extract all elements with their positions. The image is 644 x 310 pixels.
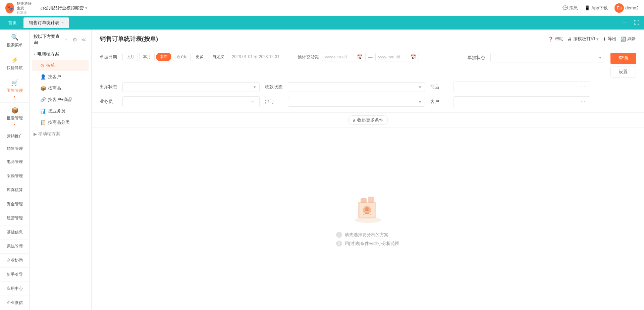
scheme-item-by-category[interactable]: 📋 按商品分类 — [32, 117, 89, 128]
bill-status-select[interactable]: ▾ — [490, 53, 605, 62]
mobile-scheme-group[interactable]: ▶ 移动端方案 — [30, 128, 91, 140]
expected-delivery-label: 预计交货期 — [298, 54, 319, 60]
help-icon: ❓ — [548, 37, 553, 42]
setting-button[interactable]: 设置 — [610, 66, 636, 78]
outbound-status-select[interactable]: ▾ — [122, 82, 260, 92]
collapse-icon: ∧ — [353, 118, 356, 123]
scheme-item-by-product[interactable]: 📦 按商品 — [32, 83, 89, 94]
sidebar-item-wechat[interactable]: 企业微信 — [0, 296, 29, 310]
this-month-btn[interactable]: 本月 — [139, 53, 155, 61]
collapse-button[interactable]: ∧ 收起更多条件 — [348, 115, 388, 125]
chevron-down-icon: ▾ — [254, 85, 256, 90]
expected-end-date[interactable]: yyyy-mm-dd 📅 — [375, 53, 419, 61]
chevron-right-icon: ▶ — [34, 132, 37, 137]
minimize-button[interactable]: ─ — [620, 18, 629, 28]
customer-icon: 👤 — [40, 74, 46, 80]
scheme-item-by-order[interactable]: ⊙ 按单 — [32, 60, 89, 71]
add-scheme-button[interactable]: + — [62, 36, 70, 43]
page-header: 销售订单统计表(按单) ❓ 帮助 🖨 按模板打印 ▾ ⬇ 导出 🔄 刷新 — [92, 30, 644, 47]
sidebar-item-basic[interactable]: 基础信息 — [0, 225, 29, 240]
empty-hints: 1 请先选择要分析的方案 2 用[过滤]条件来缩小分析范围 — [336, 232, 399, 247]
sidebar-item-enterprise[interactable]: 企业协同 — [0, 254, 29, 268]
customer-select[interactable]: ··· — [453, 96, 590, 107]
hint-num-1: 1 — [336, 232, 342, 238]
salesperson-label: 业务员 — [100, 99, 120, 105]
collapse-panel-button[interactable]: ≪ — [80, 36, 87, 43]
filter-area: 单据日期 上月 本月 本年 近7天 更多 自定义 2023-01-01 至 20… — [92, 47, 644, 112]
scheme-item-by-customer-product[interactable]: 🔗 按客户+商品 — [32, 94, 89, 105]
tab-close-icon[interactable]: × — [61, 20, 64, 25]
scheme-group-title-pc[interactable]: ▾ 电脑端方案 — [32, 48, 89, 60]
query-button[interactable]: 查询 — [610, 53, 636, 64]
sidebar-item-marketing[interactable]: 营销推广 — [0, 130, 29, 143]
chevron-down-icon: ▾ — [419, 85, 421, 90]
scheme-item-by-customer[interactable]: 👤 按客户 — [32, 71, 89, 83]
date-quick-btns: 上月 本月 本年 近7天 更多 自定义 — [122, 53, 228, 61]
sidebar-item-purchase[interactable]: 采购管理 — [0, 169, 29, 183]
custom-date-btn[interactable]: 自定义 — [209, 53, 228, 61]
product-label: 商品 — [430, 84, 450, 90]
sidebar-item-finance[interactable]: 资金管理 — [0, 197, 29, 211]
sidebar-item-appcenter[interactable]: 应用中心 — [0, 282, 29, 296]
date-range-text: 2023-01-01 至 2023-12-31 — [231, 54, 279, 60]
salesperson-select[interactable]: ··· — [122, 96, 260, 107]
sidebar-item-retail[interactable]: 🛒 零售管理 ▾ — [0, 75, 29, 103]
hint-num-2: 2 — [336, 241, 342, 247]
scheme-group-pc: ▾ 电脑端方案 ⊙ 按单 👤 按客户 📦 按商品 🔗 按客户+商品 📊 按 — [30, 48, 91, 128]
sidebar-item-system[interactable]: 系统管理 — [0, 240, 29, 254]
sidebar-item-search[interactable]: 🔍 搜索菜单 — [0, 30, 29, 52]
salesperson-dots-icon[interactable]: ··· — [249, 99, 256, 105]
setting-scheme-button[interactable]: ⚙ — [71, 36, 78, 43]
empty-hint-2: 2 用[过滤]条件来缩小分析范围 — [336, 241, 399, 247]
logo-icon: 🐾 — [5, 3, 14, 13]
expected-start-date[interactable]: yyyy-mm-dd 📅 — [322, 53, 366, 61]
sidebar-item-newbie[interactable]: 新手引导 — [0, 268, 29, 282]
scheme-item-by-salesperson[interactable]: 📊 按业务员 — [32, 105, 89, 117]
export-button[interactable]: ⬇ 导出 — [603, 36, 616, 42]
app-download-button[interactable]: 📱 App下载 — [585, 5, 608, 11]
print-button[interactable]: 🖨 按模板打印 ▾ — [568, 36, 599, 42]
tab-sales-order[interactable]: 销售订单统计表 × — [23, 17, 69, 28]
outbound-status-label: 出库状态 — [100, 84, 120, 90]
salesperson-icon: 📊 — [40, 108, 46, 114]
sidebar-item-sales[interactable]: 销售管理 — [0, 143, 29, 155]
left-panel: 按以下方案查询 + ⚙ ≪ ▾ 电脑端方案 ⊙ 按单 👤 按客户 📦 — [30, 30, 92, 310]
product-icon: 📦 — [40, 86, 46, 91]
sidebar-item-wholesale[interactable]: 📦 批发管理 ▴ — [0, 103, 29, 130]
top-bar: 🐾 畅捷通好生意 标准版 办公用品行业模拟账套 ▾ 💬 消息 📱 App下载 E… — [0, 0, 644, 16]
user-avatar[interactable]: Ea demo2 — [614, 3, 639, 13]
sidebar-item-quicknav[interactable]: ⚡ 快捷导航 — [0, 52, 29, 75]
sidebar-item-ecommerce[interactable]: 电商管理 — [0, 155, 29, 169]
sidebar-item-inventory[interactable]: 库存核算 — [0, 183, 29, 197]
more-date-btn[interactable]: 更多 — [192, 53, 207, 61]
company-select[interactable]: 办公用品行业模拟账套 ▾ — [40, 5, 88, 11]
collapse-bar: ∧ 收起更多条件 — [92, 112, 644, 127]
customer-dots-icon[interactable]: ··· — [580, 99, 587, 105]
sidebar: 🔍 搜索菜单 ⚡ 快捷导航 🛒 零售管理 ▾ 📦 批发管理 ▴ 营销推广 销售管… — [0, 30, 30, 310]
svg-rect-7 — [368, 197, 374, 203]
help-button[interactable]: ❓ 帮助 — [548, 36, 564, 42]
last-7-days-btn[interactable]: 近7天 — [173, 53, 191, 61]
tab-home[interactable]: 首页 — [3, 17, 22, 28]
top-center: 办公用品行业模拟账套 ▾ — [35, 5, 562, 11]
logo-area: 🐾 畅捷通好生意 标准版 — [5, 1, 35, 15]
department-select[interactable]: ▾ — [288, 97, 425, 107]
sidebar-item-management[interactable]: 经营管理 — [0, 211, 29, 225]
calendar-icon-2: 📅 — [410, 54, 416, 60]
empty-illustration — [348, 192, 388, 225]
refresh-button[interactable]: 🔄 刷新 — [621, 36, 636, 42]
message-button[interactable]: 💬 消息 — [562, 5, 578, 11]
top-right: 💬 消息 📱 App下载 Ea demo2 — [562, 3, 639, 13]
bill-status-label: 单据状态 — [468, 55, 488, 61]
wholesale-icon: 📦 — [11, 107, 18, 114]
maximize-button[interactable]: ⛶ — [632, 18, 641, 28]
this-year-btn[interactable]: 本年 — [156, 53, 171, 61]
receipt-status-select[interactable]: ▾ — [288, 82, 425, 92]
last-month-btn[interactable]: 上月 — [122, 53, 138, 61]
print-arrow-icon: ▾ — [596, 37, 599, 42]
product-select[interactable]: ··· — [453, 82, 590, 92]
arrow-icon: ▾ — [14, 95, 15, 98]
customer-product-icon: 🔗 — [40, 97, 46, 102]
chevron-down-icon: ▾ — [85, 5, 88, 10]
more-dots-icon[interactable]: ··· — [580, 84, 587, 90]
